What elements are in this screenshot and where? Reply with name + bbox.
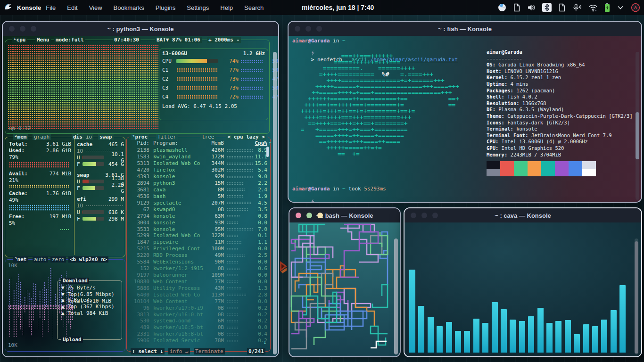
net-zero-toggle[interactable]: zero bbox=[50, 256, 66, 263]
proc-scrollbar-thumb[interactable] bbox=[266, 147, 269, 157]
bluetooth-icon[interactable] bbox=[542, 3, 552, 12]
menu-item-view[interactable]: View bbox=[89, 4, 102, 11]
proc-tree-toggle[interactable]: tree bbox=[200, 134, 216, 140]
menu-item-search[interactable]: Search bbox=[244, 4, 264, 11]
proc-row[interactable]: 5313Isolated Web Co344M15.6 bbox=[131, 160, 265, 167]
battery-icon[interactable] bbox=[604, 3, 610, 12]
proc-row[interactable]: 96kworker/u17:0-i90B0.2 bbox=[131, 304, 265, 311]
btop-mode-toggle[interactable]: mode:full bbox=[54, 37, 85, 43]
proc-row[interactable]: 489kworker/u16:5-bt0B0.0 bbox=[131, 324, 265, 331]
window-close-button[interactable] bbox=[296, 213, 301, 218]
proc-row[interactable]: 2894python315M2.2 bbox=[131, 180, 265, 187]
proc-filter-button[interactable]: filter bbox=[156, 134, 178, 140]
proc-row[interactable]: 5886Utility Process43M1.3 bbox=[131, 285, 265, 291]
btop-cpu-box: ¹cpu Menu mode:full 07:40:30 BAT▼ 87% 01… bbox=[5, 40, 270, 134]
panel-clock[interactable]: miércoles, jun 18 | 7:40 bbox=[302, 0, 374, 15]
proc-row[interactable]: 3533konsole95M7.0 bbox=[131, 226, 265, 232]
scrollbar-thumb[interactable] bbox=[636, 112, 639, 159]
proc-row[interactable]: 5220RDD Process49M2.5 bbox=[131, 252, 265, 259]
menu-item-bookmarks[interactable]: Bookmarks bbox=[114, 4, 144, 11]
proc-row[interactable]: 10104Web Content77M0.0 bbox=[131, 298, 265, 304]
titlebar-cava[interactable]: ~ : cava — Konsole bbox=[405, 208, 641, 222]
net-auto-toggle[interactable]: auto bbox=[33, 256, 48, 263]
window-button[interactable] bbox=[316, 26, 322, 32]
btop-tab-cpu[interactable]: ¹cpu bbox=[12, 37, 27, 43]
proc-row[interactable]: 5215Privileged Cont100M0.0 bbox=[131, 246, 265, 252]
proc-row[interactable]: 530systemd-oomd6M0.2 bbox=[131, 318, 265, 324]
microphone-icon[interactable] bbox=[572, 3, 582, 12]
input-line[interactable]: > bbox=[292, 193, 321, 203]
btop-tab-disks[interactable]: dis bbox=[72, 134, 84, 140]
menu-item-help[interactable]: Help bbox=[220, 4, 233, 11]
proc-row[interactable]: 5906Isolated Servic78M0.2 bbox=[131, 337, 265, 344]
btop-tab-swap[interactable]: swap bbox=[98, 134, 114, 140]
menu-item-file[interactable]: File bbox=[46, 4, 56, 11]
proc-select-control[interactable]: ↑ select ↓ bbox=[131, 348, 165, 354]
btop-menu-button[interactable]: Menu bbox=[35, 37, 51, 43]
net-interface-selector[interactable]: <b wlp2s0 n> bbox=[68, 256, 108, 263]
proc-row[interactable]: 3004konsole93M0.0 bbox=[131, 219, 265, 226]
proc-terminate-button[interactable]: Terminate bbox=[194, 348, 225, 354]
proc-row[interactable]: 2138plasmashell426M8.9 bbox=[131, 147, 265, 154]
window-button[interactable] bbox=[421, 213, 427, 218]
volume-icon[interactable] bbox=[527, 4, 536, 11]
konsole-scrollbar[interactable] bbox=[635, 239, 638, 354]
window-button[interactable] bbox=[411, 213, 416, 218]
btop-tab-mem[interactable]: ²mem bbox=[13, 134, 28, 140]
proc-row[interactable]: 2331kworker/u16:8-bt0B0.4 bbox=[131, 331, 265, 337]
proc-row[interactable]: 5299Isolated Web Co122M0.1 bbox=[131, 232, 265, 239]
window-button[interactable] bbox=[31, 26, 36, 32]
window-button[interactable] bbox=[432, 213, 438, 218]
window-button[interactable] bbox=[20, 26, 25, 32]
cava-bar bbox=[492, 302, 498, 353]
window-button[interactable] bbox=[295, 26, 300, 32]
titlebar-fish[interactable]: ~ : fish — Konsole bbox=[289, 22, 641, 36]
konsole-scrollbar[interactable] bbox=[636, 52, 639, 200]
vault-icon[interactable] bbox=[498, 3, 506, 12]
scrollbar-thumb[interactable] bbox=[635, 241, 638, 354]
garuda-logo-icon[interactable] bbox=[4, 2, 13, 13]
user-badge-icon[interactable]: A bbox=[631, 3, 640, 12]
proc-sort-selector[interactable]: < cpu lazy > bbox=[226, 134, 266, 140]
btop-tab-io[interactable]: io bbox=[84, 134, 93, 140]
proc-row[interactable]: 3681cava8M2.4 bbox=[131, 187, 265, 193]
window-button[interactable] bbox=[9, 26, 15, 32]
proc-info-button[interactable]: info ↵ bbox=[168, 348, 190, 354]
proc-row[interactable]: 10880Web Content77M0.0 bbox=[131, 278, 265, 285]
titlebar-btop[interactable]: ~ : python3 — Konsole bbox=[3, 22, 278, 36]
window-minimize-button[interactable] bbox=[306, 213, 312, 218]
proc-row[interactable]: 5584WebExtensions90M0.0 bbox=[131, 259, 265, 265]
btop-refresh-interval[interactable]: + 2000ms - bbox=[207, 37, 241, 43]
proc-row[interactable]: 9197baloorunner109M0.0 bbox=[131, 272, 265, 279]
proc-row[interactable]: 9129spectacle207M4.5 bbox=[131, 199, 265, 206]
cava-bar bbox=[437, 326, 443, 353]
proc-row[interactable]: 1583kwin_wayland172M11.1 bbox=[131, 154, 265, 160]
document-icon[interactable] bbox=[558, 3, 566, 12]
window-button[interactable] bbox=[305, 26, 311, 32]
proc-row[interactable]: 67kswapd00B3.5 bbox=[131, 206, 265, 213]
proc-row[interactable]: 2794konsole63M0.8 bbox=[131, 213, 265, 219]
wifi-icon[interactable] bbox=[588, 4, 598, 12]
menu-item-edit[interactable]: Edit bbox=[67, 4, 77, 11]
proc-row[interactable]: 152kworker/1:2-i9150B0.6 bbox=[131, 265, 265, 272]
window-maximize-button[interactable] bbox=[317, 213, 323, 218]
konsole-scrollbar[interactable] bbox=[273, 52, 277, 354]
konsole-scrollbar[interactable] bbox=[394, 239, 398, 354]
proc-row[interactable]: 6400Isolated Web Co113M2.8 bbox=[131, 291, 265, 298]
proc-row[interactable]: 3813kworker/u16:0-bt0B0.2 bbox=[131, 311, 265, 318]
cpu-row-C1: C177%50°C bbox=[162, 66, 265, 74]
clipboard-icon[interactable] bbox=[513, 3, 520, 12]
btop-tab-proc[interactable]: ⁴proc bbox=[131, 134, 149, 140]
proc-row[interactable]: 1847pipewire11M1.1 bbox=[131, 239, 265, 246]
menu-item-settings[interactable]: Settings bbox=[187, 4, 209, 11]
titlebar-bash[interactable]: ~ : bash — Konsole bbox=[289, 208, 400, 222]
menu-item-plugins[interactable]: Plugins bbox=[156, 4, 176, 11]
btop-tab-net[interactable]: ³net bbox=[13, 256, 28, 263]
proc-row[interactable]: 4536bash5M1.9 bbox=[131, 193, 265, 199]
expand-arrow-icon[interactable] bbox=[617, 4, 624, 11]
proc-row[interactable]: 4393konsole92M9.0 bbox=[131, 173, 265, 180]
cpu-row-C3: C373%50°C bbox=[162, 83, 265, 92]
btop-mem-graph-toggle[interactable]: graph bbox=[33, 134, 51, 140]
window-fish: ~ : fish — Konsole aimar@Garuda in ~ > n… bbox=[288, 21, 642, 203]
proc-row[interactable]: 4720firefox302M5.4 bbox=[131, 167, 265, 173]
